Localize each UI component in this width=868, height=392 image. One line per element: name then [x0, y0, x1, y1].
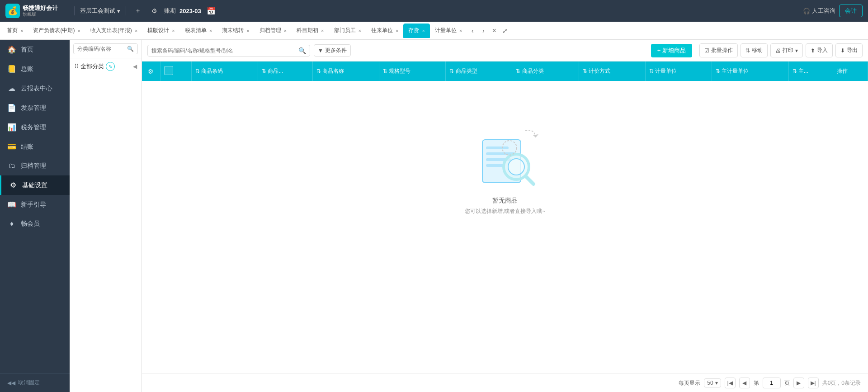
print-dropdown-icon: ▾ — [795, 47, 798, 54]
sidebar-item-guide[interactable]: 📖 新手引导 — [0, 195, 70, 214]
tab-income[interactable]: 收入支出表(年报) × — [85, 24, 142, 38]
ledger-icon: 📒 — [7, 65, 16, 73]
sidebar-unfix-button[interactable]: ◀◀ 取消固定 — [0, 373, 70, 392]
sidebar-item-settings[interactable]: ⚙ 基础设置 — [0, 175, 70, 195]
tab-archive[interactable]: 归档管理 × — [255, 24, 292, 38]
tab-contacts[interactable]: 往来单位 × — [366, 24, 403, 38]
th-checkbox[interactable] — [160, 61, 191, 81]
add-tab-button[interactable]: ＋ — [132, 5, 144, 17]
print-label: 打印 — [783, 47, 793, 54]
category-search-icon[interactable]: 🔍 — [127, 46, 134, 52]
product-table: ⚙ ⇅ 商品条码 ⇅ 商品... ⇅ 商品名称 — [142, 61, 868, 251]
tab-subject-close[interactable]: × — [321, 28, 324, 33]
tab-bar: 首页 × 资产负债表(中期) × 收入支出表(年报) × 模版设计 × 税表清单… — [0, 22, 868, 40]
page-prev-button[interactable]: ◀ — [739, 378, 750, 388]
tab-template-close[interactable]: × — [172, 28, 175, 33]
logo-icon: 💰 — [5, 4, 20, 18]
toolbar-actions: ☑ 批量操作 ⇅ 移动 🖨 打印 ▾ ⬆ — [699, 43, 863, 57]
tab-balance-label: 资产负债表(中期) — [33, 27, 75, 34]
th-type[interactable]: ⇅ 商品类型 — [446, 61, 512, 81]
th-name[interactable]: ⇅ 商品名称 — [313, 61, 379, 81]
th-code[interactable]: ⇅ 商品... — [258, 61, 313, 81]
product-search-input[interactable] — [151, 47, 297, 54]
page-next-button[interactable]: ▶ — [793, 378, 804, 388]
help-button[interactable]: 🎧 人工咨询 — [803, 7, 835, 15]
tab-prev-button[interactable]: ‹ — [467, 24, 478, 38]
settings-icon[interactable]: ⚙ — [148, 5, 160, 17]
tab-balance-close[interactable]: × — [77, 28, 80, 33]
th-main-unit[interactable]: ⇅ 主计量单位 — [712, 61, 788, 81]
svg-rect-1 — [486, 146, 509, 149]
tab-tax-label: 税表清单 — [185, 27, 207, 34]
tab-balance-sheet[interactable]: 资产负债表(中期) × — [28, 24, 85, 38]
company-selector[interactable]: 基层工会测试 ▾ — [80, 7, 120, 15]
sidebar-item-tax[interactable]: 📊 税务管理 — [0, 118, 70, 137]
total-label: 共0页，0条记录 — [822, 379, 861, 387]
page-last-button[interactable]: ▶| — [808, 378, 819, 388]
tab-archive-close[interactable]: × — [284, 28, 287, 33]
import-button[interactable]: ⬆ 导入 — [806, 43, 833, 57]
tab-subject[interactable]: 科目期初 × — [292, 24, 329, 38]
sidebar-item-archive[interactable]: 🗂 归档管理 — [0, 156, 70, 175]
tab-tax[interactable]: 税表清单 × — [180, 24, 217, 38]
th-main-abbr[interactable]: ⇅ 主... — [788, 61, 833, 81]
th-price-method[interactable]: ⇅ 计价方式 — [579, 61, 645, 81]
calendar-icon[interactable]: 📅 — [207, 7, 216, 15]
batch-icon: ☑ — [704, 47, 709, 54]
print-icon: 🖨 — [775, 47, 781, 54]
category-collapse-icon[interactable]: ◀ — [133, 63, 137, 70]
print-button[interactable]: 🖨 打印 ▾ — [770, 43, 803, 57]
page-number-input[interactable] — [763, 378, 781, 388]
sidebar-item-member[interactable]: ♦ 畅会员 — [0, 214, 70, 233]
sidebar-settings-label: 基础设置 — [22, 181, 47, 189]
account-button[interactable]: 会计 — [839, 5, 863, 17]
tab-contacts-close[interactable]: × — [396, 28, 398, 33]
th-spec[interactable]: ⇅ 规格型号 — [379, 61, 446, 81]
tab-dept[interactable]: 部门员工 × — [329, 24, 366, 38]
tab-inventory[interactable]: 存货 × — [403, 24, 429, 38]
tab-home-close[interactable]: × — [20, 28, 23, 33]
tab-expand-button[interactable]: ⤢ — [500, 24, 510, 38]
move-button[interactable]: ⇅ 移动 — [741, 43, 768, 57]
tab-unit[interactable]: 计量单位 × — [430, 24, 467, 38]
category-edit-button[interactable]: ✎ — [106, 62, 115, 71]
more-filter-label: 更多条件 — [325, 47, 347, 54]
tab-income-close[interactable]: × — [135, 28, 137, 33]
th-barcode[interactable]: ⇅ 商品条码 — [191, 61, 258, 81]
tab-tax-close[interactable]: × — [209, 28, 212, 33]
tab-inventory-label: 存货 — [408, 27, 419, 34]
page-first-button[interactable]: |◀ — [725, 378, 736, 388]
product-search-icon[interactable]: 🔍 — [298, 47, 306, 54]
th-unit[interactable]: ⇅ 计量单位 — [645, 61, 712, 81]
sidebar-item-invoice[interactable]: 📄 发票管理 — [0, 98, 70, 118]
category-header[interactable]: ⠿ 全部分类 ✎ ◀ — [70, 58, 142, 75]
tab-inventory-close[interactable]: × — [422, 28, 425, 33]
batch-button[interactable]: ☑ 批量操作 — [699, 43, 738, 57]
tab-home[interactable]: 首页 × — [2, 24, 28, 38]
sidebar-item-checkout[interactable]: 💳 结账 — [0, 137, 70, 156]
tab-close-all-button[interactable]: × — [489, 24, 500, 38]
tab-period-end[interactable]: 期末结转 × — [217, 24, 254, 38]
tab-unit-close[interactable]: × — [459, 28, 462, 33]
add-product-button[interactable]: + 新增商品 — [651, 44, 692, 57]
top-bar: 💰 畅捷通好会计 旗舰版 基层工会测试 ▾ ＋ ⚙ 账期 2023-03 📅 🎧… — [0, 0, 868, 22]
invoice-icon: 📄 — [7, 104, 16, 112]
tab-dept-close[interactable]: × — [359, 28, 361, 33]
tab-template[interactable]: 模版设计 × — [142, 24, 179, 38]
per-page-dropdown-icon: ▾ — [715, 380, 718, 386]
export-button[interactable]: ⬇ 导出 — [835, 43, 863, 57]
th-gear[interactable]: ⚙ — [142, 61, 160, 81]
th-category[interactable]: ⇅ 商品分类 — [512, 61, 579, 81]
tab-income-label: 收入支出表(年报) — [90, 27, 132, 34]
sidebar-item-ledger[interactable]: 📒 总账 — [0, 59, 70, 79]
sidebar-item-home[interactable]: 🏠 首页 — [0, 40, 70, 59]
tab-next-button[interactable]: › — [478, 24, 489, 38]
sidebar-item-cloud-report[interactable]: ☁ 云报表中心 — [0, 79, 70, 98]
tab-period-end-close[interactable]: × — [246, 28, 249, 33]
per-page-select[interactable]: 50 ▾ — [704, 378, 721, 387]
header-checkbox[interactable] — [164, 66, 173, 75]
logo-text: 畅捷通好会计 旗舰版 — [23, 5, 58, 17]
help-label: 人工咨询 — [812, 7, 835, 15]
gear-icon[interactable]: ⚙ — [148, 68, 154, 75]
more-filter-button[interactable]: ▼ 更多条件 — [314, 44, 351, 57]
